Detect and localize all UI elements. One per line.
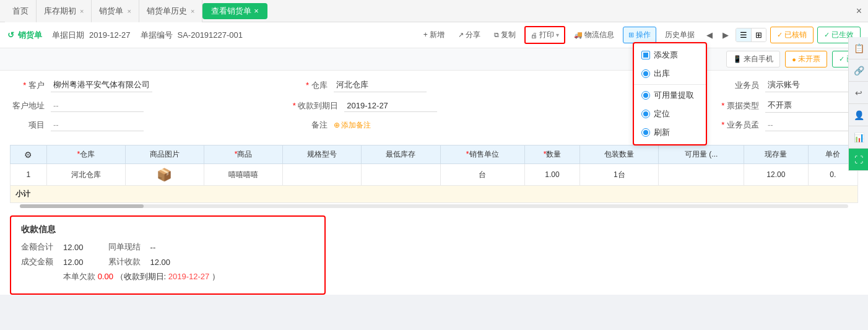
operate-button[interactable]: ⊞ 操作: [623, 27, 656, 43]
dropdown-available-qty[interactable]: 可用量提取: [634, 86, 706, 105]
tab-home[interactable]: 首页: [5, 0, 37, 22]
grid-view-btn[interactable]: ⊞: [752, 28, 766, 41]
history-button[interactable]: 历史单据: [660, 27, 700, 43]
list-view-btn[interactable]: ☰: [736, 28, 752, 41]
sidebar-icon-4[interactable]: 👤: [849, 104, 868, 126]
next-button[interactable]: ▶: [719, 28, 732, 41]
new-button[interactable]: + 新增: [419, 27, 449, 43]
transaction-value: 12.00: [63, 258, 84, 267]
not-open-button[interactable]: ● 未开票: [785, 51, 827, 67]
project-value[interactable]: --: [51, 119, 144, 131]
due-date-value: 2019-12-27: [168, 272, 210, 281]
close-all-tabs[interactable]: ×: [856, 6, 862, 17]
tab-view-sales[interactable]: 查看销货单 ×: [202, 3, 267, 19]
close-tab-sales[interactable]: ×: [127, 7, 131, 15]
sidebar-icon-expand[interactable]: ⛶: [849, 149, 868, 171]
same-order-field: 同单现结 --: [108, 241, 156, 253]
col-spec: 规格型号: [283, 145, 362, 164]
total-amount-field: 金额合计 12.00: [21, 241, 84, 253]
payment-due-field: 收款到期日 2019-12-27: [293, 100, 576, 112]
dropdown-add-invoice[interactable]: 添发票: [634, 46, 706, 64]
payment-row-3: 本单欠款 0.00 （收款到期日: 2019-12-27 ）: [21, 271, 315, 282]
col-unit: *销售单位: [440, 145, 524, 164]
settings-icon[interactable]: ⚙: [24, 150, 32, 160]
scroll-thumb[interactable]: [20, 204, 144, 208]
payment-due-value[interactable]: 2019-12-27: [344, 100, 437, 112]
print-button[interactable]: 🖨 打印 ▾: [524, 26, 565, 44]
number-value: SA-20191227-001: [178, 30, 243, 40]
staff-field: 业务员 演示账号: [575, 78, 858, 92]
cumulative-value: 12.00: [150, 258, 171, 267]
toolbar-actions: + 新增 ↗ 分享 ⧉ 复制 🖨 打印 ▾ 🚚 物流信息: [419, 26, 861, 44]
close-tab-view-sales[interactable]: ×: [254, 6, 259, 15]
from-mobile-button[interactable]: 📱 来自手机: [726, 51, 780, 67]
sidebar-icon-1[interactable]: 📋: [849, 37, 868, 59]
share-button[interactable]: ↗ 分享: [453, 27, 485, 43]
dropdown-refresh[interactable]: 刷新: [634, 123, 706, 142]
outstanding-field: 本单欠款 0.00 （收款到期日: 2019-12-27 ）: [63, 271, 220, 282]
staff-label: 业务员: [724, 80, 762, 91]
doc-meta: 单据日期 2019-12-27 单据编号 SA-20191227-001: [52, 30, 243, 41]
tab-bar: 首页 库存期初 × 销货单 × 销货单历史 × 查看销货单 × ×: [0, 0, 868, 22]
scroll-bar[interactable]: [20, 204, 848, 208]
toolbar-row2: 📱 来自手机 ● 未开票 ✓ 已: [0, 48, 868, 71]
operations-dropdown: 添发票 出库 可用量提取 定位 刷新: [633, 42, 707, 145]
available-qty-icon: [641, 91, 650, 100]
close-tab-inventory[interactable]: ×: [80, 7, 84, 15]
status-sold-button[interactable]: ✓ 已核销: [770, 27, 814, 43]
subtotal-row: 小计: [11, 186, 858, 203]
date-label: 单据日期: [52, 30, 84, 41]
customer-field: 客户 柳州粤港平安气体有限公司: [10, 78, 293, 92]
prev-button[interactable]: ◀: [703, 28, 716, 41]
number-label: 单据编号: [141, 30, 173, 41]
tab-sales-order[interactable]: 销货单 ×: [92, 0, 139, 22]
warehouse-value[interactable]: 河北仓库: [334, 78, 427, 92]
form-row-2: 客户地址 -- 收款到期日 2019-12-27 票据类型 不开票: [10, 98, 858, 113]
sidebar-icon-5[interactable]: 📊: [849, 126, 868, 149]
outstanding-value: 0.00: [98, 272, 113, 281]
tab-sales-history[interactable]: 销货单历史 ×: [139, 0, 202, 22]
note-label: 备注: [293, 119, 330, 131]
transaction-label: 成交金额: [21, 256, 58, 267]
logistics-button[interactable]: 🚚 物流信息: [569, 27, 619, 43]
cell-pack-qty: 1台: [580, 164, 659, 186]
sales-staff-field: 业务员孟 --: [575, 119, 858, 131]
customer-label: 客户: [10, 80, 47, 91]
col-warehouse: *仓库: [46, 145, 125, 164]
cell-product: 嘻嘻嘻嘻: [204, 164, 283, 186]
dropdown-locate[interactable]: 定位: [634, 105, 706, 123]
date-value: 2019-12-27: [89, 30, 131, 40]
cell-current-stock: 12.00: [744, 164, 809, 186]
cumulative-label: 累计收款: [108, 256, 145, 267]
col-qty: *数量: [524, 145, 579, 164]
cell-seq: 1: [11, 164, 47, 186]
form-section: 客户 柳州粤港平安气体有限公司 仓库 河北仓库 业务员 演示账号 客户地址 --: [0, 71, 868, 145]
right-sidebar: 📋 🔗 ↩ 👤 📊 ⛶: [848, 37, 868, 171]
cumulative-field: 累计收款 12.00: [108, 256, 171, 267]
cell-available: [659, 164, 744, 186]
sidebar-icon-2[interactable]: 🔗: [849, 59, 868, 82]
warehouse-label: 仓库: [293, 80, 330, 91]
items-table: ⚙ *仓库 商品图片 *商品 规格型号 最低库存 *销售单位 *数量 包装数量 …: [10, 145, 858, 203]
outstanding-label: 本单欠款: [63, 272, 95, 281]
warehouse-field: 仓库 河北仓库: [293, 78, 576, 92]
payment-row-2: 成交金额 12.00 累计收款 12.00: [21, 256, 315, 267]
col-setting: ⚙: [11, 145, 47, 164]
col-min-stock: 最低库存: [362, 145, 440, 164]
close-tab-history[interactable]: ×: [191, 7, 194, 15]
doc-type-icon: ↺ 销货单: [7, 30, 42, 41]
cell-image: 📦: [125, 164, 204, 186]
project-label: 项目: [10, 119, 47, 131]
add-invoice-icon: [641, 51, 650, 59]
cell-qty: 1.00: [524, 164, 579, 186]
copy-button[interactable]: ⧉ 复制: [489, 27, 521, 43]
sales-staff-value: --: [765, 119, 858, 131]
add-note-button[interactable]: ⊕ 添加备注: [334, 120, 371, 131]
sidebar-icon-3[interactable]: ↩: [849, 82, 868, 104]
tab-inventory-init[interactable]: 库存期初 ×: [37, 0, 92, 22]
table-header-row: ⚙ *仓库 商品图片 *商品 规格型号 最低库存 *销售单位 *数量 包装数量 …: [11, 145, 858, 164]
address-value[interactable]: --: [51, 100, 144, 112]
ticket-type-value: 不开票: [765, 98, 858, 113]
customer-value[interactable]: 柳州粤港平安气体有限公司: [51, 78, 152, 92]
dropdown-outbound[interactable]: 出库: [634, 64, 706, 83]
